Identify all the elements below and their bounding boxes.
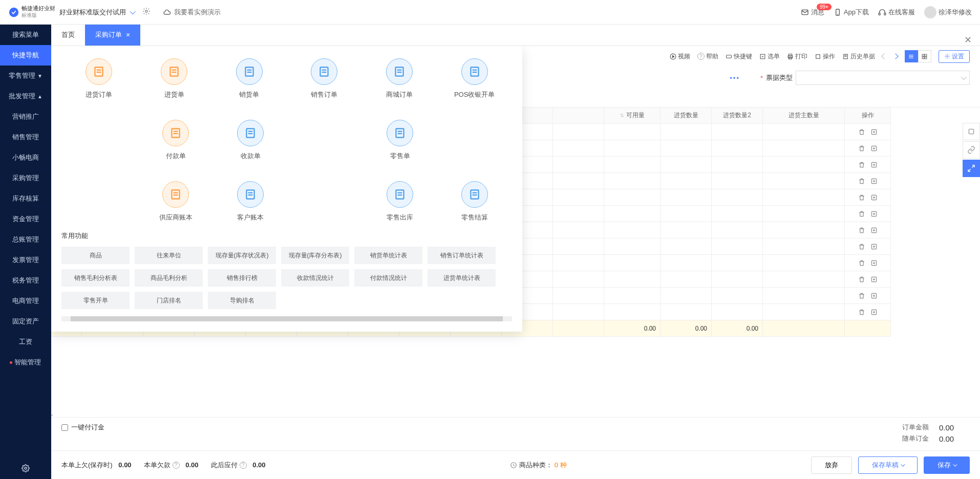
save-button[interactable]: 保存	[924, 456, 970, 474]
table-cell[interactable]	[763, 255, 845, 271]
table-cell[interactable]	[712, 304, 763, 320]
sidebar-item[interactable]: 营销推广	[0, 106, 51, 127]
table-header[interactable]: ⇅可用量	[604, 107, 661, 124]
flow-node[interactable]: POS收银开单	[437, 58, 512, 99]
delete-icon[interactable]	[858, 276, 865, 283]
settings-button[interactable]: 设置	[939, 50, 970, 63]
table-cell[interactable]	[763, 238, 845, 255]
flow-node[interactable]: 进货单	[137, 58, 212, 99]
table-cell[interactable]	[763, 304, 845, 320]
delete-icon[interactable]	[858, 128, 865, 136]
row-actions[interactable]	[845, 173, 891, 189]
common-function-button[interactable]: 导购排名	[208, 292, 276, 309]
table-cell[interactable]	[763, 271, 845, 288]
shortcut-link[interactable]: 快捷键	[726, 52, 752, 61]
add-icon[interactable]	[870, 309, 878, 316]
ticket-type-select[interactable]	[796, 71, 970, 85]
add-icon[interactable]	[870, 227, 878, 234]
sidebar-item[interactable]: 库存核算	[0, 188, 51, 209]
add-icon[interactable]	[870, 292, 878, 299]
table-cell[interactable]	[553, 238, 604, 255]
common-function-button[interactable]: 现存量(库存状况表)	[208, 247, 276, 264]
common-function-button[interactable]: 零售开单	[61, 292, 130, 309]
table-cell[interactable]	[763, 288, 845, 304]
table-cell[interactable]	[604, 157, 661, 173]
gear-icon[interactable]	[142, 7, 151, 17]
flow-node[interactable]: 零售出库	[363, 181, 437, 222]
sidebar-item[interactable]: 搜索菜单	[0, 25, 51, 45]
add-icon[interactable]	[870, 128, 878, 136]
table-cell[interactable]	[712, 189, 763, 206]
row-actions[interactable]	[845, 271, 891, 288]
product-selector[interactable]: 好业财标准版交付试用	[59, 8, 134, 17]
more-fields-button[interactable]: •••	[730, 74, 740, 82]
common-function-button[interactable]: 收款情况统计	[281, 269, 349, 287]
help-icon[interactable]: ?	[240, 462, 247, 469]
table-cell[interactable]	[553, 255, 604, 271]
table-cell[interactable]	[553, 206, 604, 222]
sidebar-item[interactable]: 采购管理	[0, 168, 51, 188]
flow-node[interactable]: 零售结算	[437, 181, 512, 222]
table-cell[interactable]	[661, 206, 712, 222]
flow-node[interactable]: 商城订单	[362, 58, 437, 99]
table-cell[interactable]	[661, 288, 712, 304]
delete-icon[interactable]	[858, 194, 865, 201]
table-cell[interactable]	[604, 238, 661, 255]
row-actions[interactable]	[845, 238, 891, 255]
common-function-button[interactable]: 销售排行榜	[208, 269, 276, 287]
table-cell[interactable]	[661, 140, 712, 157]
flow-node[interactable]: 客户账本	[213, 181, 288, 222]
row-actions[interactable]	[845, 304, 891, 320]
table-cell[interactable]	[763, 189, 845, 206]
common-function-button[interactable]: 门店排名	[135, 292, 203, 309]
row-actions[interactable]	[845, 288, 891, 304]
help-link[interactable]: ?帮助	[697, 52, 718, 61]
float-btn-3[interactable]	[963, 160, 980, 177]
table-cell[interactable]	[604, 206, 661, 222]
float-btn-1[interactable]	[963, 123, 980, 140]
table-cell[interactable]	[712, 206, 763, 222]
table-cell[interactable]	[661, 271, 712, 288]
print-link[interactable]: 打印	[787, 52, 807, 61]
table-cell[interactable]	[661, 255, 712, 271]
flow-node[interactable]: 销售订单	[287, 58, 362, 99]
table-cell[interactable]	[553, 124, 604, 140]
operate-link[interactable]: 操作	[815, 52, 835, 61]
sidebar-item[interactable]: 发票管理	[0, 250, 51, 270]
table-cell[interactable]	[553, 173, 604, 189]
delete-icon[interactable]	[858, 161, 865, 168]
table-cell[interactable]	[661, 238, 712, 255]
add-icon[interactable]	[870, 145, 878, 152]
prev-icon[interactable]	[881, 53, 887, 59]
sidebar-item[interactable]: 零售管理▼	[0, 66, 51, 86]
delete-icon[interactable]	[858, 145, 865, 152]
common-function-button[interactable]: 往来单位	[135, 247, 203, 264]
table-cell[interactable]	[604, 255, 661, 271]
table-cell[interactable]	[604, 304, 661, 320]
table-cell[interactable]	[712, 271, 763, 288]
table-cell[interactable]	[712, 173, 763, 189]
sidebar-item[interactable]: 智能管理	[0, 352, 51, 373]
view-list-icon[interactable]	[905, 50, 918, 62]
history-link[interactable]: 历史单据	[842, 52, 875, 61]
table-cell[interactable]	[661, 189, 712, 206]
delete-icon[interactable]	[858, 292, 865, 299]
sidebar-item[interactable]: 税务管理	[0, 270, 51, 291]
row-actions[interactable]	[845, 255, 891, 271]
sidebar-item[interactable]: 工资	[0, 332, 51, 352]
user-menu[interactable]: 徐泽华修改	[924, 6, 972, 18]
table-cell[interactable]	[712, 255, 763, 271]
table-cell[interactable]	[661, 124, 712, 140]
app-download-link[interactable]: App下载	[834, 8, 869, 17]
table-cell[interactable]	[661, 222, 712, 238]
table-cell[interactable]	[553, 140, 604, 157]
sidebar-item[interactable]: 批发管理▲	[0, 86, 51, 106]
table-cell[interactable]	[604, 288, 661, 304]
support-link[interactable]: 在线客服	[878, 8, 915, 17]
common-function-button[interactable]: 商品	[61, 247, 130, 264]
flow-node[interactable]: 付款单	[138, 120, 213, 161]
table-cell[interactable]	[553, 157, 604, 173]
panel-scrollbar[interactable]	[61, 316, 512, 321]
flow-node[interactable]: 销货单	[211, 58, 287, 99]
common-function-button[interactable]: 现存量(库存分布表)	[281, 247, 349, 264]
